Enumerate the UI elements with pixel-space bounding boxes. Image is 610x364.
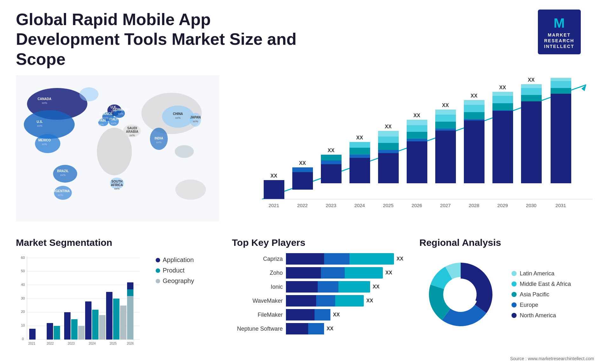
legend-dot-north-america (512, 313, 517, 318)
regional-title: Regional Analysis (419, 237, 594, 248)
svg-text:SOUTH: SOUTH (112, 180, 123, 183)
player-bar-zoho: XX (286, 267, 392, 279)
bar-seg1 (286, 281, 318, 293)
svg-text:xx%: xx% (175, 116, 180, 119)
bar-seg3 (335, 295, 364, 307)
svg-text:XX: XX (557, 75, 564, 76)
svg-point-20 (175, 179, 206, 200)
svg-text:XX: XX (442, 103, 449, 108)
player-bar-label-capriza: XX (396, 256, 403, 262)
legend-item-latin-america: Latin America (512, 270, 571, 277)
svg-text:0: 0 (22, 337, 24, 341)
legend-item-europe: Europe (512, 302, 571, 308)
svg-point-6 (54, 186, 72, 200)
legend-label-geography: Geography (163, 277, 194, 285)
svg-text:2021: 2021 (268, 203, 279, 208)
logo-box: M MARKET RESEARCH INTELLECT (538, 10, 581, 54)
players-bars-list: Capriza XX Zoho XX (232, 253, 410, 334)
player-bar-label-ionic: XX (373, 284, 379, 290)
svg-text:xx%: xx% (98, 123, 104, 126)
svg-rect-151 (113, 299, 119, 340)
bar-seg3 (349, 253, 394, 265)
bar-chart-container: XX 2021 XX 2022 XX 2023 XX 2024 (241, 75, 594, 215)
player-row-ionic: Ionic XX (232, 281, 410, 293)
player-bar-label-wavemaker: XX (366, 298, 373, 304)
svg-rect-112 (521, 101, 542, 183)
svg-text:xx%: xx% (60, 173, 65, 177)
svg-text:XX: XX (413, 113, 420, 118)
svg-text:XX: XX (528, 77, 535, 83)
svg-text:JAPAN: JAPAN (190, 116, 200, 119)
svg-text:2024: 2024 (89, 342, 96, 345)
map-section: CANADA xx% U.S. xx% MEXICO xx% BRAZIL xx… (16, 75, 222, 228)
svg-text:50: 50 (21, 269, 25, 273)
svg-text:xx%: xx% (193, 120, 198, 123)
svg-text:xx%: xx% (156, 141, 161, 144)
svg-rect-150 (106, 292, 112, 340)
map-container: CANADA xx% U.S. xx% MEXICO xx% BRAZIL xx… (16, 75, 222, 228)
svg-text:60: 60 (21, 256, 25, 260)
growth-chart-section: XX 2021 XX 2022 XX 2023 XX 2024 (229, 75, 594, 228)
player-row-filemaker: FileMaker XX (232, 309, 410, 320)
svg-text:2022: 2022 (297, 203, 308, 208)
bar-seg1 (286, 267, 321, 279)
bar-seg1 (286, 295, 316, 307)
segmentation-title: Market Segmentation (16, 237, 222, 248)
bar-seg2 (318, 281, 338, 293)
logo: M MARKET RESEARCH INTELLECT (524, 10, 594, 54)
svg-text:2024: 2024 (354, 203, 365, 208)
svg-text:xx%: xx% (58, 193, 63, 197)
svg-text:xx%: xx% (37, 124, 42, 127)
svg-text:2026: 2026 (127, 342, 134, 345)
svg-text:2029: 2029 (497, 203, 508, 208)
svg-rect-137 (29, 329, 36, 340)
legend-label-product: Product (163, 267, 185, 274)
svg-rect-156 (127, 296, 133, 340)
svg-text:40: 40 (21, 283, 25, 286)
bar-seg1 (286, 253, 324, 265)
header: Global Rapid Mobile App Development Tool… (0, 0, 610, 75)
legend-item-application: Application (156, 256, 194, 264)
legend-dot-product (156, 268, 160, 273)
player-bar-label-zoho: XX (385, 270, 392, 276)
svg-text:GERMANY: GERMANY (112, 108, 129, 111)
svg-text:CHINA: CHINA (173, 112, 183, 116)
svg-text:xx%: xx% (42, 101, 47, 104)
bar-seg2 (324, 253, 349, 265)
legend-dot-geography (156, 279, 160, 283)
svg-text:XX: XX (270, 173, 277, 179)
player-bar-label-filemaker: XX (333, 312, 340, 318)
svg-text:xx%: xx% (114, 187, 119, 190)
legend-item-me-africa: Middle East & Africa (512, 281, 571, 287)
seg-chart-area: 60 50 40 30 20 10 0 (16, 253, 143, 350)
legend-label-asia-pacific: Asia Pacific (520, 291, 549, 298)
svg-text:2025: 2025 (110, 342, 117, 345)
legend-dot-application (156, 258, 160, 262)
player-name-ionic: Ionic (232, 284, 283, 290)
seg-chart-svg: 60 50 40 30 20 10 0 (16, 253, 143, 348)
svg-point-19 (175, 145, 194, 158)
svg-rect-64 (321, 164, 342, 183)
logo-letter: M (544, 15, 574, 32)
player-bar-neptune: XX (286, 323, 333, 334)
svg-rect-119 (551, 94, 571, 183)
svg-text:AFRICA: AFRICA (111, 183, 123, 187)
svg-text:ITALY: ITALY (109, 118, 118, 121)
bar-seg3 (338, 281, 370, 293)
svg-rect-105 (492, 111, 513, 183)
player-bar-wavemaker: XX (286, 295, 373, 307)
svg-rect-98 (464, 120, 485, 183)
legend-item-geography: Geography (156, 277, 194, 285)
svg-text:2026: 2026 (411, 203, 422, 208)
svg-text:MEXICO: MEXICO (38, 138, 51, 142)
svg-text:2025: 2025 (383, 203, 393, 208)
player-row-zoho: Zoho XX (232, 267, 410, 279)
legend-label-me-africa: Middle East & Africa (520, 281, 571, 287)
regional-legend: Latin America Middle East & Africa Asia … (512, 270, 571, 319)
svg-text:U.S.: U.S. (37, 120, 43, 124)
bar-seg1 (286, 323, 308, 334)
svg-text:2023: 2023 (326, 203, 336, 208)
svg-rect-146 (85, 301, 92, 340)
svg-text:XX: XX (471, 93, 478, 98)
logo-line3: INTELLECT (544, 44, 574, 49)
